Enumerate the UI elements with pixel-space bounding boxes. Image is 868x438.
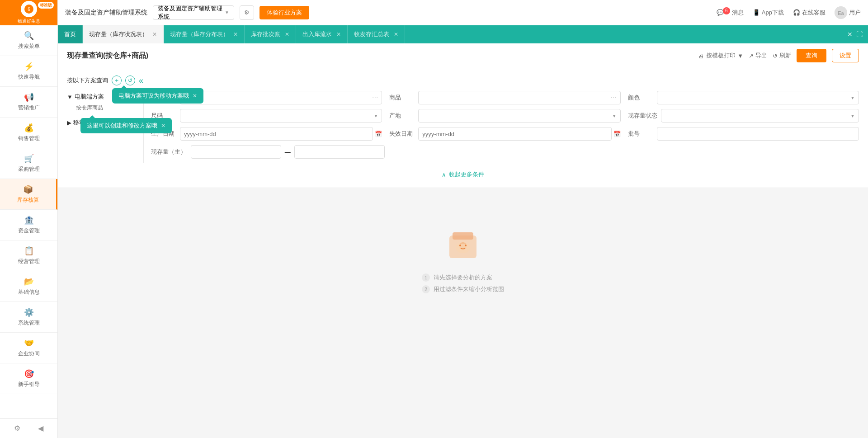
filter-row-2: 尺码 ▼ 产地 ▼ — [151, 109, 859, 122]
sidebar-item-enterprise[interactable]: 🤝 企业协同 — [0, 333, 57, 363]
sales-icon: 💰 — [24, 123, 34, 133]
sidebar-item-operations[interactable]: 📋 经营管理 — [0, 240, 57, 271]
expire-date-calendar-icon[interactable]: 📅 — [613, 131, 621, 137]
system-icon: ⚙️ — [24, 307, 34, 317]
settings-btn[interactable]: 设置 — [832, 49, 859, 62]
prod-date-input[interactable] — [180, 127, 373, 141]
size-field: 尺码 ▼ — [151, 109, 382, 122]
export-label: 导出 — [755, 52, 767, 60]
refresh-btn[interactable]: ↺ 刷新 — [773, 52, 791, 60]
sidebar-item-basic-info[interactable]: 📂 基础信息 — [0, 271, 57, 302]
tab-inventory-status[interactable]: 现存量（库存状况表） ✕ — [83, 25, 164, 43]
tab-inventory-dist-close[interactable]: ✕ — [233, 31, 238, 38]
svg-rect-8 — [459, 244, 467, 249]
settings-bottom-icon[interactable]: ⚙ — [14, 424, 20, 433]
empty-svg — [443, 224, 483, 265]
filter-fields: 仓库 ··· 商品 ··· — [151, 91, 859, 163]
stock-qty-max[interactable] — [294, 145, 385, 159]
query-btn[interactable]: 查询 — [797, 49, 826, 62]
logo-icon: 6 — [21, 1, 37, 17]
stock-qty-min[interactable] — [191, 145, 281, 159]
tab-recv-send-close[interactable]: ✕ — [394, 31, 398, 38]
sidebar-label-marketing: 营销推广 — [18, 104, 40, 112]
tab-batch-ledger[interactable]: 库存批次账 ✕ — [245, 25, 296, 43]
empty-hints: 1 请先选择要分析的方案 2 用过滤条件来缩小分析范围 — [422, 273, 504, 293]
filter-add-btn[interactable]: + — [112, 75, 122, 85]
stock-status-label: 现存量状态 — [628, 112, 657, 120]
tab-inout-flow-close[interactable]: ✕ — [336, 31, 341, 38]
online-service-label: 在线客服 — [802, 9, 826, 17]
sidebar-item-search[interactable]: 🔍 搜索菜单 — [0, 25, 57, 56]
product-input[interactable]: ··· — [418, 91, 620, 104]
tab-inventory-status-label: 现存量（库存状况表） — [89, 30, 148, 38]
page-title: 现存量查询(按仓库+商品) — [67, 51, 148, 61]
online-service-btn[interactable]: 🎧 在线客服 — [793, 9, 826, 17]
tab-inventory-status-close[interactable]: ✕ — [152, 31, 157, 38]
filter-refresh-btn[interactable]: ↺ — [125, 75, 135, 85]
chevron-up-icon: ∧ — [442, 171, 446, 178]
industry-btn[interactable]: 体验行业方案 — [259, 6, 309, 19]
batch-no-label: 批号 — [628, 130, 653, 138]
inventory-icon: 📦 — [23, 184, 33, 194]
sidebar-item-purchase[interactable]: 🛒 采购管理 — [0, 148, 57, 179]
collapse-label: 收起更多条件 — [449, 170, 484, 179]
user-area[interactable]: Ea 用户 — [835, 6, 861, 19]
tab-batch-ledger-close[interactable]: ✕ — [285, 31, 289, 38]
sidebar-nav: 🔍 搜索菜单 ⚡ 快速导航 📢 营销推广 💰 销售管理 🛒 采购管理 📦 库存核… — [0, 25, 57, 418]
message-btn[interactable]: 💬 6 消息 — [717, 9, 744, 17]
filter-row-3: 生产日期 📅 失效日期 📅 — [151, 127, 859, 141]
sidebar-item-newbie[interactable]: 🎯 新手引导 — [0, 363, 57, 394]
color-arrow-icon: ▼ — [850, 95, 855, 100]
product-field: 商品 ··· — [389, 91, 620, 104]
tab-batch-ledger-label: 库存批次账 — [251, 30, 280, 38]
tab-inout-flow[interactable]: 出入库流水 ✕ — [296, 25, 348, 43]
tab-home[interactable]: 首页 — [58, 25, 83, 43]
tab-recv-send-label: 收发存汇总表 — [354, 30, 389, 38]
print-icon: 🖨 — [698, 52, 704, 59]
print-arrow-icon: ▼ — [737, 52, 743, 59]
filter-back-btn[interactable]: « — [139, 76, 143, 85]
operations-icon: 📋 — [24, 246, 34, 256]
app-download-btn[interactable]: 📱 App下载 — [753, 9, 784, 17]
filter-header: 按以下方案查询 + ↺ « 电脑方案可设为移动方案哦 ✕ — [67, 75, 859, 85]
refresh-label: 刷新 — [779, 52, 791, 60]
tab-close-all-icon[interactable]: ✕ — [847, 31, 853, 38]
topbar-settings-icon[interactable]: ⚙ — [240, 5, 254, 20]
scheme-popup-close-icon[interactable]: ✕ — [193, 93, 197, 99]
export-btn[interactable]: ↗ 导出 — [749, 52, 767, 60]
scheme-edit-close-icon[interactable]: ✕ — [161, 122, 165, 129]
quick-nav-icon: ⚡ — [24, 61, 34, 71]
system-title: 装备及固定资产辅助管理系统 — [65, 9, 147, 17]
sidebar-item-marketing[interactable]: 📢 营销推广 — [0, 87, 57, 118]
filter-area: 按以下方案查询 + ↺ « 电脑方案可设为移动方案哦 ✕ ▼ — [58, 68, 868, 188]
warehouse-input[interactable]: ··· — [180, 91, 382, 104]
app-download-icon: 📱 — [753, 9, 760, 16]
stock-status-input[interactable]: ▼ — [661, 109, 859, 122]
sidebar-item-system[interactable]: ⚙️ 系统管理 — [0, 302, 57, 333]
svg-point-10 — [465, 245, 467, 246]
size-input[interactable]: ▼ — [180, 109, 382, 122]
batch-no-input[interactable] — [657, 127, 859, 141]
tab-inventory-dist[interactable]: 现存量（库存分布表） ✕ — [164, 25, 245, 43]
system-dropdown[interactable]: 装备及固定资产辅助管理系统 ▼ — [153, 5, 234, 20]
expire-date-input[interactable] — [418, 127, 611, 141]
collapse-sidebar-icon[interactable]: ◀ — [38, 424, 43, 433]
sidebar-item-inventory[interactable]: 📦 库存核算 — [0, 179, 57, 210]
export-icon: ↗ — [749, 52, 754, 59]
origin-input[interactable]: ▼ — [418, 109, 620, 122]
collapse-btn[interactable]: ∧ 收起更多条件 — [67, 169, 859, 180]
main-area: 装备及固定资产辅助管理系统 装备及固定资产辅助管理系统 ▼ ⚙ 体验行业方案 💬… — [58, 0, 868, 438]
sidebar-item-quick-nav[interactable]: ⚡ 快速导航 — [0, 56, 57, 87]
scheme-desktop-label: 电脑端方案 — [75, 93, 104, 101]
stock-qty-dash: — — [285, 149, 291, 155]
tab-expand-icon[interactable]: ⛶ — [856, 31, 863, 38]
tab-home-label: 首页 — [64, 30, 76, 38]
print-btn[interactable]: 🖨 按模板打印 ▼ — [698, 52, 743, 60]
sidebar-item-finance[interactable]: 🏦 资金管理 — [0, 210, 57, 240]
sidebar-item-sales[interactable]: 💰 销售管理 — [0, 118, 57, 148]
prod-date-calendar-icon[interactable]: 📅 — [375, 131, 382, 137]
scheme-item-warehouse[interactable]: 按仓库商品 — [73, 103, 138, 113]
tab-recv-send[interactable]: 收发存汇总表 ✕ — [348, 25, 405, 43]
finance-icon: 🏦 — [24, 215, 34, 225]
color-input[interactable]: ▼ — [657, 91, 859, 104]
